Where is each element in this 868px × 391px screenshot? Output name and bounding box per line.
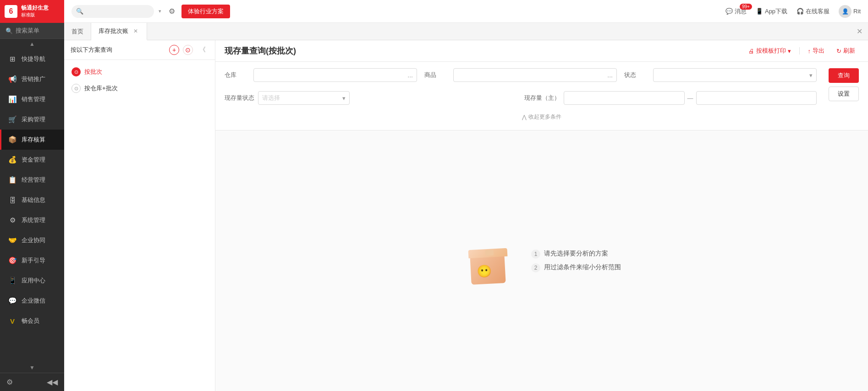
close-icon: ✕ <box>857 27 863 36</box>
user-profile[interactable]: 👤 Rit <box>839 5 861 18</box>
appcenter-icon: 📱 <box>8 276 17 285</box>
sidebar-item-basic[interactable]: 🗄 基础信息 <box>0 190 64 210</box>
sidebar-item-label: 库存核算 <box>22 136 45 144</box>
left-panel: 按以下方案查询 + ⊙ 《 ⊙ 按批次 ⊙ 按仓库+批次 <box>64 40 215 391</box>
topbar-search-box[interactable]: 🔍 <box>71 5 154 18</box>
sidebar-item-purchase[interactable]: 🛒 采购管理 <box>0 109 64 130</box>
online-service-action[interactable]: 🎧 在线客服 <box>797 7 830 16</box>
stock-qty-min[interactable] <box>564 91 685 105</box>
scheme-settings-btn[interactable]: ⊙ <box>183 45 193 55</box>
main-area: 🔍 ▾ ⚙ 体验行业方案 💬 消息 99+ 📱 App下载 🎧 在线客服 👤 R <box>64 0 868 391</box>
tab-batch-label: 库存批次账 <box>99 27 128 35</box>
sidebar-item-member[interactable]: V 畅会员 <box>0 311 64 331</box>
tabbar: 首页 库存批次账 ✕ ✕ <box>64 23 868 40</box>
product-group: 商品 ... <box>424 68 617 82</box>
sidebar-item-label: 营销推广 <box>22 75 45 83</box>
message-badge: 99+ <box>740 4 752 10</box>
chevron-down-icon[interactable]: ▾ <box>159 8 161 14</box>
sidebar-scroll-down[interactable]: ▼ <box>0 363 64 373</box>
stock-qty-range: — <box>564 91 817 105</box>
industry-btn[interactable]: 体验行业方案 <box>181 5 230 18</box>
sidebar-item-sales[interactable]: 📊 销售管理 <box>0 89 64 109</box>
tab-batch[interactable]: 库存批次账 ✕ <box>91 23 147 40</box>
export-icon: ↑ <box>808 48 811 54</box>
sidebar-item-label: 快捷导航 <box>22 55 45 63</box>
sidebar-item-label: 系统管理 <box>22 216 45 224</box>
sidebar-item-label: 企业微信 <box>22 297 45 305</box>
chevron-down-icon: ▾ <box>342 95 346 102</box>
add-scheme-btn[interactable]: + <box>169 45 179 55</box>
search-icon: 🔍 <box>76 8 83 15</box>
sidebar-item-newbie[interactable]: 🎯 新手引导 <box>0 250 64 271</box>
filter-form: 仓库 ... 商品 ... <box>215 62 868 130</box>
stock-qty-group: 现存量（主） — <box>524 91 817 105</box>
page-title: 现存量查询(按批次) <box>225 45 296 56</box>
message-action[interactable]: 💬 消息 99+ <box>725 7 747 16</box>
search-icon: 🔍 <box>5 27 13 34</box>
page-title-bar: 现存量查询(按批次) 🖨 按模板打印 ▾ ↑ 导出 ↻ 刷新 <box>215 40 868 62</box>
product-more-icon[interactable]: ... <box>607 71 613 79</box>
chevron-up-icon: ⋀ <box>522 114 527 120</box>
settings-btn[interactable]: 设置 <box>829 87 859 101</box>
dropdown-icon: ▾ <box>788 48 791 54</box>
template-print-btn[interactable]: 🖨 按模板打印 ▾ <box>745 45 795 57</box>
empty-hint-1: 1 请先选择要分析的方案 <box>531 250 621 259</box>
scheme-item-batch[interactable]: ⊙ 按批次 <box>64 64 215 80</box>
chevron-down-icon: ▾ <box>809 72 813 79</box>
gear-icon[interactable]: ⚙ <box>169 7 175 16</box>
export-btn[interactable]: ↑ 导出 <box>804 45 829 57</box>
settings-icon[interactable]: ⚙ <box>6 378 13 386</box>
sidebar-item-label: 应用中心 <box>22 277 45 285</box>
product-label: 商品 <box>424 71 450 79</box>
warehouse-group: 仓库 ... <box>225 68 417 82</box>
purchase-icon: 🛒 <box>8 115 17 124</box>
sidebar-item-finance[interactable]: 💰 资金管理 <box>0 150 64 170</box>
product-input[interactable]: ... <box>453 68 617 82</box>
scheme-active-icon: ⊙ <box>71 67 81 76</box>
refresh-icon: ↻ <box>836 48 841 54</box>
stock-status-select[interactable]: 请选择 ▾ <box>258 91 350 105</box>
warehouse-more-icon[interactable]: ... <box>407 71 413 79</box>
tab-close-icon[interactable]: ✕ <box>132 27 139 35</box>
query-buttons: 查询 设置 <box>824 68 859 101</box>
collapse-panel-btn[interactable]: 《 <box>197 45 209 55</box>
sidebar-item-enterprise[interactable]: 🤝 企业协同 <box>0 230 64 250</box>
empty-text: 1 请先选择要分析的方案 2 用过滤条件来缩小分析范围 <box>531 250 621 272</box>
collapse-sidebar-icon[interactable]: ◀◀ <box>47 378 58 386</box>
app-brand: 畅通好生意 <box>21 5 49 12</box>
wechat-icon: 💬 <box>8 296 17 305</box>
basic-icon: 🗄 <box>8 196 17 205</box>
collapse-filter-btn[interactable]: ⋀ 收起更多条件 <box>225 110 859 124</box>
tab-home[interactable]: 首页 <box>64 23 91 40</box>
chevron-up-icon: ▲ <box>29 41 35 47</box>
sidebar-item-operations[interactable]: 📋 经营管理 <box>0 170 64 190</box>
filter-row-1: 仓库 ... 商品 ... <box>225 68 817 82</box>
sidebar-item-system[interactable]: ⚙ 系统管理 <box>0 210 64 230</box>
sidebar-search[interactable]: 🔍 搜索菜单 <box>0 23 64 39</box>
scheme-item-label: 按批次 <box>84 68 102 76</box>
status-select[interactable]: ▾ <box>653 68 817 82</box>
sidebar-item-inventory[interactable]: 📦 库存核算 <box>0 130 64 150</box>
app-title-block: 畅通好生意 标准版 <box>21 5 49 18</box>
sidebar-scroll-up[interactable]: ▲ <box>0 39 64 49</box>
app-download-action[interactable]: 📱 App下载 <box>756 7 787 16</box>
scheme-item-warehouse-batch[interactable]: ⊙ 按仓库+批次 <box>64 80 215 97</box>
query-btn[interactable]: 查询 <box>829 68 859 83</box>
warehouse-input[interactable]: ... <box>253 68 417 82</box>
status-label: 状态 <box>624 71 649 79</box>
search-input[interactable] <box>86 8 149 15</box>
app-version: 标准版 <box>21 12 49 18</box>
inventory-icon: 📦 <box>8 135 17 144</box>
sidebar-item-shortcut[interactable]: ⊞ 快捷导航 <box>0 49 64 69</box>
sidebar-item-marketing[interactable]: 📢 营销推广 <box>0 69 64 89</box>
stock-qty-max[interactable] <box>696 91 817 105</box>
left-panel-header: 按以下方案查询 + ⊙ 《 <box>64 40 215 60</box>
status-group: 状态 ▾ <box>624 68 817 82</box>
sidebar-item-wechat[interactable]: 💬 企业微信 <box>0 291 64 311</box>
sidebar-footer: ⚙ ◀◀ <box>0 373 64 391</box>
sidebar-item-label: 企业协同 <box>22 236 45 244</box>
sidebar-item-appcenter[interactable]: 📱 应用中心 <box>0 271 64 291</box>
sidebar-item-label: 采购管理 <box>22 115 45 124</box>
refresh-btn[interactable]: ↻ 刷新 <box>833 45 859 57</box>
tab-bar-close-btn[interactable]: ✕ <box>851 23 868 40</box>
